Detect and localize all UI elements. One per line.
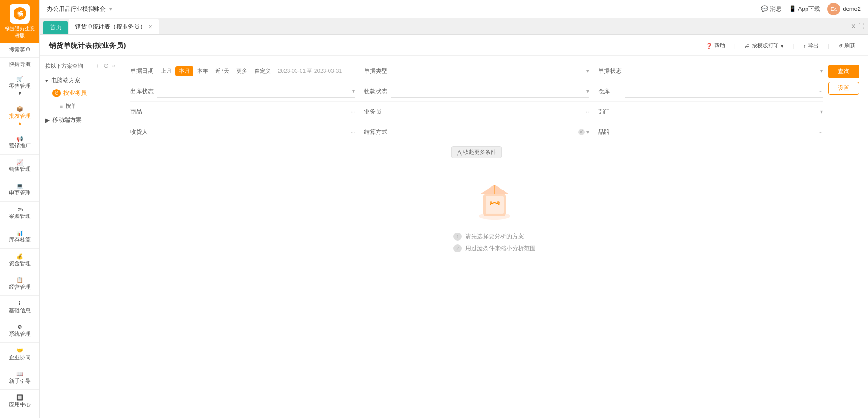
goods-input[interactable]: ··· [157, 105, 355, 118]
inventory-label: 库存核算 [9, 236, 31, 244]
basic-info-label: 基础信息 [9, 307, 31, 314]
date-btn-this-year[interactable]: 本年 [193, 66, 212, 76]
sep1: | [734, 43, 736, 49]
collapse-button[interactable]: ⋀ 收起更多条件 [451, 146, 502, 158]
pay-status-input[interactable]: ▾ [391, 85, 589, 98]
dept-dropdown-icon[interactable]: ▾ [820, 109, 823, 115]
date-btn-last-month[interactable]: 上月 [157, 66, 175, 76]
user-menu[interactable]: Ea demo2 [827, 3, 861, 15]
refresh-button[interactable]: ↺ 刷新 [835, 40, 859, 52]
brand-more-icon[interactable]: ··· [818, 129, 823, 135]
app-download-icon: 📱 [789, 5, 796, 12]
staff-more-icon[interactable]: ··· [585, 109, 589, 115]
type-input[interactable]: ▾ [391, 65, 589, 77]
warehouse-input[interactable]: ··· [625, 85, 823, 98]
sales-icon: 📈 [16, 159, 23, 166]
receiver-more-icon[interactable]: ··· [350, 129, 355, 135]
pc-scheme-group[interactable]: ▾ 电脑端方案 [40, 75, 121, 86]
pc-scheme-label: 电脑端方案 [51, 76, 80, 85]
message-button[interactable]: 💬 消息 [761, 5, 782, 13]
mobile-scheme-arrow: ▶ [45, 117, 50, 124]
topbar: 办公用品行业模拟账套 ▾ 💬 消息 📱 App下载 Ea demo2 [40, 0, 868, 18]
receiver-input[interactable]: ··· [157, 126, 355, 138]
settle-clear-icon[interactable]: ✕ [578, 129, 585, 135]
collapse-label: 收起更多条件 [463, 148, 496, 156]
page-actions: ❓ 帮助 | 🖨 按模板打印 ▾ | ↑ 导出 | ↺ 刷新 [702, 40, 859, 52]
basic-info-icon: ℹ [19, 300, 21, 307]
scheme-by-staff[interactable]: 员 按业务员 [40, 86, 121, 100]
scheme-by-order[interactable]: ≡ 按单 [40, 100, 121, 112]
sidebar-item-wechat[interactable]: 💬 企业微信 [0, 413, 39, 418]
export-button[interactable]: ↑ 导出 [800, 40, 822, 52]
sidebar-item-management[interactable]: 📋 经营管理 [0, 272, 39, 296]
sidebar-item-app-center[interactable]: 🔲 应用中心 [0, 390, 39, 413]
date-btn-this-month[interactable]: 本月 [175, 66, 193, 76]
sidebar-item-sales[interactable]: 📈 销售管理 [0, 155, 39, 178]
tab-close-window-icon[interactable]: ✕ [851, 23, 856, 30]
date-btn-7days[interactable]: 近7天 [212, 66, 233, 76]
sidebar-item-inventory[interactable]: 📊 库存核算 [0, 225, 39, 249]
newbie-label: 新手引导 [9, 377, 31, 385]
date-btn-more[interactable]: 更多 [233, 66, 251, 76]
warehouse-more-icon[interactable]: ··· [818, 88, 823, 95]
refresh-label: 刷新 [844, 42, 855, 50]
tab-home[interactable]: 首页 [43, 21, 68, 34]
logo-icon: 畅 [10, 4, 30, 24]
tab-close-icon[interactable]: ✕ [148, 24, 152, 30]
pc-scheme-arrow: ▾ [45, 77, 48, 84]
pay-status-dropdown-icon[interactable]: ▾ [586, 88, 589, 95]
retail-icon: 🛒 [16, 76, 23, 82]
type-dropdown-icon[interactable]: ▾ [586, 68, 589, 74]
tab-maximize-icon[interactable]: ⛶ [858, 23, 864, 30]
sidebar-item-retail[interactable]: 🛒 零售管理 ▾ [0, 71, 39, 101]
mobile-scheme-group[interactable]: ▶ 移动端方案 [40, 114, 121, 126]
sidebar-item-marketing[interactable]: 📢 营销推广 [0, 131, 39, 155]
left-panel: 按以下方案查询 ＋ ⊙ « ▾ 电脑端方案 员 按业务员 [40, 56, 121, 418]
sidebar-quick-nav[interactable]: 快捷导航 [0, 58, 39, 71]
settle-dropdown-icon[interactable]: ▾ [586, 129, 589, 135]
content-area: 按以下方案查询 ＋ ⊙ « ▾ 电脑端方案 员 按业务员 [40, 56, 868, 418]
out-status-dropdown-icon[interactable]: ▾ [352, 88, 355, 95]
sidebar-item-system[interactable]: ⚙ 系统管理 [0, 319, 39, 343]
purchase-label: 采购管理 [9, 213, 31, 220]
sidebar-item-corp-collab[interactable]: 🤝 企业协同 [0, 343, 39, 366]
edit-scheme-icon[interactable]: ⊙ [104, 62, 109, 70]
avatar: Ea [827, 3, 840, 15]
sidebar-item-ecommerce[interactable]: 💻 电商管理 [0, 178, 39, 202]
template-print-button[interactable]: 🖨 按模板打印 ▾ [741, 40, 787, 52]
print-dropdown-icon: ▾ [781, 43, 783, 49]
status-input[interactable]: ▾ [625, 65, 823, 77]
tab-actions: ✕ ⛶ [847, 23, 868, 30]
brand-input[interactable]: ··· [625, 126, 823, 138]
sidebar-item-finance[interactable]: 💰 资金管理 [0, 249, 39, 272]
svg-point-5 [490, 201, 492, 204]
message-icon: 💬 [761, 5, 768, 12]
sidebar-search[interactable]: 搜索菜单 [0, 43, 39, 58]
app-download-button[interactable]: 📱 App下载 [789, 5, 820, 13]
staff-input[interactable]: ··· [391, 105, 589, 118]
svg-text:畅: 畅 [17, 10, 23, 17]
add-scheme-icon[interactable]: ＋ [94, 62, 101, 70]
query-button[interactable]: 查询 [828, 65, 859, 78]
topbar-dropdown-icon[interactable]: ▾ [109, 6, 112, 12]
sidebar-item-purchase[interactable]: 🛍 采购管理 [0, 202, 39, 225]
help-button[interactable]: ❓ 帮助 [702, 40, 729, 52]
sidebar-item-basic-info[interactable]: ℹ 基础信息 [0, 296, 39, 319]
set-button[interactable]: 设置 [828, 82, 859, 95]
tab-sales-stat[interactable]: 销货单统计表（按业务员） ✕ [69, 19, 159, 34]
goods-more-icon[interactable]: ··· [350, 109, 355, 115]
collapse-scheme-icon[interactable]: « [112, 62, 115, 70]
status-dropdown-icon[interactable]: ▾ [820, 68, 823, 74]
staff-label: 业务员 [364, 108, 391, 116]
scheme-by-staff-icon: 员 [52, 89, 61, 97]
sidebar-logo[interactable]: 畅 畅捷通好生意 标版 [0, 0, 39, 43]
sidebar-item-wholesale[interactable]: 📦 批发管理 ▴ [0, 101, 39, 131]
dept-input[interactable]: ▾ [625, 105, 823, 118]
date-btn-custom[interactable]: 自定义 [251, 66, 274, 76]
settle-input[interactable]: ✕ ▾ [391, 126, 589, 138]
sidebar-item-newbie[interactable]: 📖 新手引导 [0, 366, 39, 390]
ecommerce-icon: 💻 [16, 183, 23, 189]
out-status-input[interactable]: ▾ [157, 85, 355, 98]
sep3: | [828, 43, 829, 49]
system-icon: ⚙ [17, 324, 22, 330]
